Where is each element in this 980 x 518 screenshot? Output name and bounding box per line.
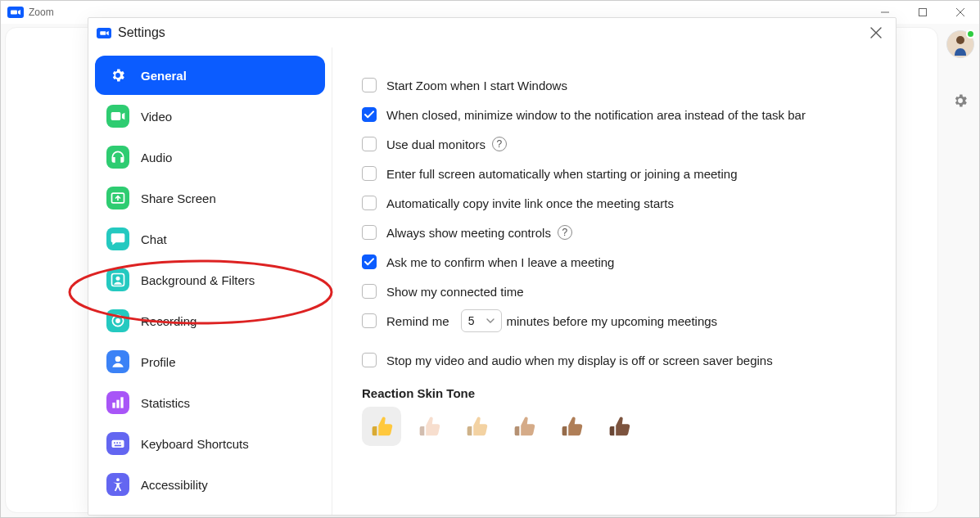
main-right-toolbar (946, 30, 974, 110)
avatar-container[interactable] (946, 30, 974, 58)
sidebar-item-profile[interactable]: Profile (95, 342, 325, 381)
sidebar-item-label: Statistics (141, 396, 190, 410)
checkbox[interactable] (362, 107, 377, 122)
checkbox[interactable] (362, 313, 377, 328)
option-row: Use dual monitors? (362, 129, 869, 159)
accessibility-icon (106, 473, 129, 496)
reaction-skin-tone-title: Reaction Skin Tone (362, 386, 869, 400)
skin-tone-option[interactable] (409, 407, 449, 446)
svg-point-7 (115, 318, 120, 323)
checkbox[interactable] (362, 166, 377, 181)
settings-modal: Settings General Video Audio Share Scree… (88, 17, 896, 516)
sidebar-item-keyboard-shortcuts[interactable]: Keyboard Shortcuts (95, 424, 325, 463)
option-row: Ask me to confirm when I leave a meeting (362, 247, 869, 277)
svg-point-5 (116, 277, 120, 281)
sidebar-item-general[interactable]: General (95, 56, 325, 95)
thumbs-up-icon (415, 412, 443, 440)
chat-icon (106, 227, 129, 250)
svg-point-2 (956, 36, 964, 44)
checkbox[interactable] (362, 225, 377, 240)
zoom-logo-icon (97, 28, 111, 38)
thumbs-up-icon (463, 412, 490, 440)
help-icon[interactable]: ? (492, 137, 507, 151)
svg-rect-12 (112, 440, 124, 448)
checkbox[interactable] (362, 353, 377, 367)
remind-suffix: minutes before my upcoming meetings (507, 314, 718, 328)
svg-rect-15 (120, 442, 121, 444)
sidebar-item-label: Recording (141, 314, 196, 328)
record-icon (106, 309, 129, 332)
sidebar-item-label: Background & Filters (141, 273, 255, 287)
checkbox[interactable] (362, 254, 377, 269)
sidebar-item-chat[interactable]: Chat (95, 219, 325, 259)
skin-tone-option[interactable] (362, 407, 401, 446)
close-settings-button[interactable] (865, 21, 887, 44)
sidebar-item-label: General (141, 69, 187, 83)
main-settings-gear-button[interactable] (951, 91, 970, 110)
close-main-button[interactable] (942, 1, 979, 24)
settings-panel-general: Start Zoom when I start WindowsWhen clos… (332, 47, 896, 515)
svg-rect-14 (116, 442, 118, 444)
skin-tone-row (362, 407, 869, 446)
option-row: When closed, minimize window to the noti… (362, 100, 869, 129)
thumbs-up-icon (605, 412, 633, 440)
settings-body: General Video Audio Share Screen Chat Ba… (88, 47, 896, 515)
option-label: Ask me to confirm when I leave a meeting (386, 255, 614, 269)
svg-rect-16 (115, 445, 121, 447)
option-row-remind-me: Remind me5minutes before my upcoming mee… (362, 306, 869, 336)
sidebar-item-label: Profile (141, 355, 176, 369)
settings-sidebar: General Video Audio Share Screen Chat Ba… (88, 47, 332, 515)
skin-tone-option[interactable] (599, 407, 639, 446)
sidebar-item-label: Share Screen (141, 191, 216, 205)
zoom-logo-icon (7, 7, 24, 18)
skin-tone-option[interactable] (504, 407, 544, 446)
sidebar-item-accessibility[interactable]: Accessibility (95, 465, 325, 504)
headphones-icon (106, 146, 129, 169)
option-row: Start Zoom when I start Windows (362, 70, 869, 100)
svg-rect-13 (114, 442, 115, 444)
gear-icon (106, 64, 129, 87)
sidebar-item-background-filters[interactable]: Background & Filters (95, 260, 325, 300)
svg-rect-0 (919, 9, 927, 16)
option-label: Start Zoom when I start Windows (386, 79, 567, 92)
share-icon (106, 187, 129, 209)
svg-point-17 (116, 478, 120, 481)
option-label: Use dual monitors (386, 137, 485, 151)
sidebar-item-recording[interactable]: Recording (95, 301, 325, 340)
main-window-title: Zoom (29, 7, 54, 18)
svg-rect-11 (120, 397, 123, 408)
remind-minutes-select[interactable]: 5 (461, 309, 502, 332)
thumbs-up-icon (510, 412, 538, 440)
checkbox[interactable] (362, 284, 377, 299)
profile-icon (106, 350, 129, 373)
presence-dot-icon (966, 29, 975, 38)
remind-prefix: Remind me (386, 314, 449, 328)
thumbs-up-icon (558, 412, 585, 440)
sidebar-item-label: Accessibility (141, 478, 208, 492)
thumbs-up-icon (368, 412, 395, 440)
sidebar-item-label: Chat (141, 232, 167, 246)
sidebar-item-audio[interactable]: Audio (95, 137, 325, 177)
option-label: Automatically copy invite link once the … (386, 196, 674, 210)
skin-tone-option[interactable] (457, 407, 496, 446)
checkbox[interactable] (362, 137, 377, 151)
remind-value: 5 (468, 314, 475, 327)
maximize-button[interactable] (904, 1, 942, 24)
option-label: When closed, minimize window to the noti… (386, 108, 806, 122)
stats-icon (106, 391, 129, 414)
svg-rect-10 (116, 400, 119, 408)
option-row-stop-video: Stop my video and audio when my display … (362, 345, 869, 375)
video-icon (106, 105, 129, 128)
sidebar-item-video[interactable]: Video (95, 97, 325, 136)
sidebar-item-statistics[interactable]: Statistics (95, 383, 325, 422)
option-row: Enter full screen automatically when sta… (362, 159, 869, 188)
settings-titlebar: Settings (88, 18, 896, 47)
option-row: Automatically copy invite link once the … (362, 188, 869, 218)
option-label: Stop my video and audio when my display … (386, 354, 773, 367)
sidebar-item-share-screen[interactable]: Share Screen (95, 178, 325, 218)
checkbox[interactable] (362, 78, 377, 92)
person-icon (106, 268, 129, 291)
checkbox[interactable] (362, 196, 377, 210)
help-icon[interactable]: ? (558, 225, 572, 240)
skin-tone-option[interactable] (552, 407, 591, 446)
